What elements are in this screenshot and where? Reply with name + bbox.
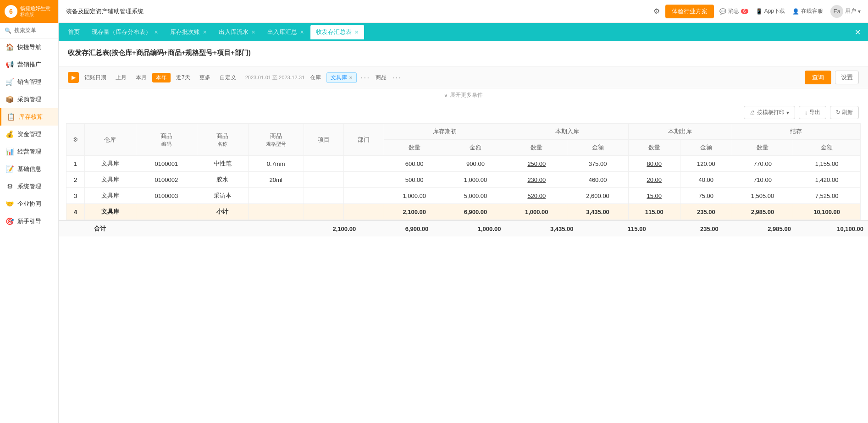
row-goods-spec xyxy=(248,204,304,220)
messages-badge: 6 xyxy=(741,9,748,14)
filter-settings-btn[interactable]: 设置 xyxy=(835,71,859,84)
sidebar-item-purchase[interactable]: 📦 采购管理 xyxy=(0,91,58,108)
home-icon: 🏠 xyxy=(6,43,14,51)
row-in-qty[interactable]: 230.00 xyxy=(506,172,567,188)
th-goods-code: 商品编码 xyxy=(136,124,197,156)
messages-btn[interactable]: 💬 消息 6 xyxy=(719,7,748,15)
trial-btn[interactable]: 体验行业方案 xyxy=(665,5,714,18)
tab-receive-send-close[interactable]: ✕ xyxy=(354,29,359,35)
row-goods-name: 中性笔 xyxy=(197,156,248,172)
sidebar-item-label: 库存核算 xyxy=(19,113,43,121)
table-row: 3文具库0100003采访本1,000.005,000.00520.002,60… xyxy=(66,188,861,204)
row-out-qty[interactable]: 15.00 xyxy=(628,188,680,204)
row-out-qty[interactable]: 20.00 xyxy=(628,172,680,188)
date-range-display: 2023-01-01 至 2023-12-31 xyxy=(245,74,305,81)
sidebar-item-finance[interactable]: 💰 资金管理 xyxy=(0,126,58,143)
warehouse-label: 仓库 xyxy=(310,74,321,82)
export-icon: ↓ xyxy=(805,110,807,116)
sidebar-item-enterprise[interactable]: 🤝 企业协同 xyxy=(0,195,58,213)
expand-bar: ∨ 展开更多条件 xyxy=(59,88,868,102)
topbar: 装备及固定资产辅助管理系统 ⚙ 体验行业方案 💬 消息 6 📱 App下载 👤 … xyxy=(59,0,868,23)
footer-label: 合计 xyxy=(82,225,118,233)
goods-label: 商品 xyxy=(376,74,387,82)
row-in-qty[interactable]: 520.00 xyxy=(506,188,567,204)
row-department xyxy=(344,172,384,188)
date-btn-custom[interactable]: 自定义 xyxy=(216,73,240,82)
tab-stock-distribution[interactable]: 现存量（库存分布表） ✕ xyxy=(86,25,164,39)
row-in-qty[interactable]: 250.00 xyxy=(506,156,567,172)
sidebar-item-basics[interactable]: 📝 基础信息 xyxy=(0,160,58,178)
row-in-qty-link[interactable]: 230.00 xyxy=(527,176,546,183)
date-btn-more[interactable]: 更多 xyxy=(196,73,214,82)
row-warehouse: 文具库 xyxy=(85,172,136,188)
sidebar-item-marketing[interactable]: 📢 营销推广 xyxy=(0,56,58,73)
row-out-qty[interactable]: 80.00 xyxy=(628,156,680,172)
refresh-btn[interactable]: ↻ 刷新 xyxy=(830,106,859,119)
sidebar-search[interactable]: 🔍 搜索菜单 xyxy=(0,23,58,38)
tab-inout-flow-close[interactable]: ✕ xyxy=(251,29,255,35)
tab-batch-account[interactable]: 库存批次账 ✕ xyxy=(165,25,212,39)
user-chevron-icon: ▾ xyxy=(858,8,861,15)
sidebar-item-system[interactable]: ⚙ 系统管理 xyxy=(0,178,58,195)
warehouse-more-btn[interactable]: ··· xyxy=(360,73,370,82)
app-logo: 6 xyxy=(5,5,17,18)
date-btn-this-year[interactable]: 本年 xyxy=(152,73,171,82)
row-closing-qty: 2,985.00 xyxy=(732,204,793,220)
goods-more-btn[interactable]: ··· xyxy=(392,73,402,82)
export-btn[interactable]: ↓ 导出 xyxy=(799,106,826,119)
tab-inout-summary[interactable]: 出入库汇总 ✕ xyxy=(262,25,310,39)
expand-conditions-btn[interactable]: ∨ 展开更多条件 xyxy=(444,91,483,99)
enterprise-icon: 🤝 xyxy=(6,200,14,208)
sidebar-item-quick-nav[interactable]: 🏠 快捷导航 xyxy=(0,38,58,56)
th-warehouse: 仓库 xyxy=(85,124,136,156)
warehouse-tag-text: 文具库 xyxy=(331,74,347,82)
row-out-qty-link[interactable]: 20.00 xyxy=(647,176,662,183)
th-project: 项目 xyxy=(304,124,343,156)
guide-icon: 🎯 xyxy=(6,217,14,225)
filter-toggle-btn[interactable]: ▶ xyxy=(68,72,79,83)
online-service-btn[interactable]: 👤 在线客服 xyxy=(792,7,823,15)
sales-icon: 🛒 xyxy=(6,78,14,86)
warehouse-tag-close[interactable]: ✕ xyxy=(349,75,353,80)
date-btn-last-month[interactable]: 上月 xyxy=(112,73,130,82)
tab-inout-summary-close[interactable]: ✕ xyxy=(300,29,304,35)
sidebar-item-inventory[interactable]: 📋 库存核算 xyxy=(0,108,58,126)
sidebar-item-guide[interactable]: 🎯 新手引导 xyxy=(0,213,58,230)
row-in-qty-link[interactable]: 520.00 xyxy=(527,192,546,199)
tab-stock-dist-close[interactable]: ✕ xyxy=(154,29,158,35)
expand-label: 展开更多条件 xyxy=(450,91,483,99)
row-num: 3 xyxy=(66,188,85,204)
date-btn-this-month[interactable]: 本月 xyxy=(132,73,150,82)
row-goods-name: 小计 xyxy=(197,204,248,220)
sidebar-item-operations[interactable]: 📊 经营管理 xyxy=(0,143,58,160)
warehouse-tag[interactable]: 文具库 ✕ xyxy=(326,72,357,83)
row-in-qty: 1,000.00 xyxy=(506,204,567,220)
tab-batch-close[interactable]: ✕ xyxy=(203,29,207,35)
tabs-close-all-btn[interactable]: ✕ xyxy=(851,28,864,37)
row-out-amount: 75.00 xyxy=(680,188,732,204)
row-out-qty-link[interactable]: 15.00 xyxy=(647,192,662,199)
row-closing-amount: 10,100.00 xyxy=(793,204,861,220)
app-edition: 标准版 xyxy=(20,11,50,18)
tab-receive-send[interactable]: 收发存汇总表 ✕ xyxy=(310,25,364,39)
tab-home[interactable]: 首页 xyxy=(62,25,85,39)
sidebar-item-sales[interactable]: 🛒 销售管理 xyxy=(0,73,58,91)
table-settings-icon[interactable]: ⚙ xyxy=(66,124,85,156)
footer-in-amount: 3,435.00 xyxy=(501,225,573,232)
user-menu[interactable]: Ea 用户 ▾ xyxy=(830,5,861,18)
message-icon: 💬 xyxy=(719,8,726,15)
row-out-qty-link[interactable]: 80.00 xyxy=(647,160,662,167)
print-btn[interactable]: 🖨 按模板打印 ▾ xyxy=(744,106,795,119)
settings-icon[interactable]: ⚙ xyxy=(653,7,660,16)
page-title: 收发存汇总表(按仓库+商品编码+商品+规格型号+项目+部门) xyxy=(68,49,859,57)
th-out-group: 本期出库 xyxy=(628,124,732,140)
row-out-amount: 40.00 xyxy=(680,172,732,188)
query-btn[interactable]: 查询 xyxy=(805,71,831,84)
finance-icon: 💰 xyxy=(6,130,14,138)
tab-inout-flow[interactable]: 出入库流水 ✕ xyxy=(213,25,261,39)
date-btn-7days[interactable]: 近7天 xyxy=(172,73,194,82)
row-in-qty-link[interactable]: 250.00 xyxy=(527,160,546,167)
footer-in-qty: 1,000.00 xyxy=(428,225,501,232)
app-download-btn[interactable]: 📱 App下载 xyxy=(756,7,785,15)
th-out-amount: 金额 xyxy=(680,140,732,156)
